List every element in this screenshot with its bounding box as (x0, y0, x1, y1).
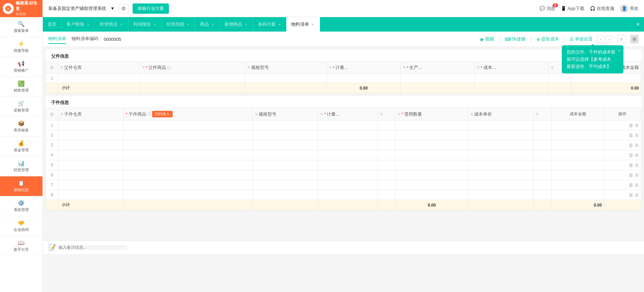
page-tab-bom[interactable]: 物料清单 (48, 34, 66, 44)
child-warehouse-1[interactable] (58, 120, 124, 130)
child-unit-price-5[interactable] (468, 160, 533, 170)
message-action[interactable]: 💬 消息 6 (540, 5, 555, 12)
child-unit-price-8[interactable] (468, 190, 533, 200)
child-unit-price-7[interactable] (468, 180, 533, 190)
tab-close-profit[interactable]: × (153, 22, 157, 27)
note-input[interactable] (59, 245, 127, 250)
child-qty-7[interactable] (396, 180, 468, 190)
parent-warehouse-1[interactable] (58, 74, 140, 83)
child-qty-1[interactable] (396, 120, 468, 130)
delete-icon-6[interactable]: 🗑 (629, 172, 633, 178)
child-spec-3[interactable] (253, 140, 318, 150)
sidebar-item-basic-info[interactable]: 📋 基础信息 (0, 176, 42, 196)
child-spec-6[interactable] (253, 170, 318, 180)
prev-arrow[interactable]: ‹ (597, 36, 604, 43)
view-action[interactable]: ▶ 视频 (481, 36, 494, 42)
single-settings-action[interactable]: ☰ 单据设置 (570, 36, 593, 42)
child-unit-4[interactable] (318, 150, 377, 160)
copy-icon-4[interactable]: ⊞ (635, 152, 639, 158)
child-spec-1[interactable] (253, 120, 318, 130)
child-unit-price-2[interactable] (468, 130, 533, 140)
child-extra2-4[interactable] (533, 150, 552, 160)
child-extra-2[interactable] (377, 130, 396, 140)
sidebar-item-system[interactable]: ⚙️ 系统管理 (0, 196, 42, 216)
child-extra-7[interactable] (377, 180, 396, 190)
tab-profit[interactable]: 利润报告 × (128, 17, 162, 32)
parent-spec-1[interactable] (245, 74, 326, 83)
child-unit-price-1[interactable] (468, 120, 533, 130)
child-warehouse-8[interactable] (58, 190, 124, 200)
tooltip-close[interactable]: × (618, 47, 621, 55)
sidebar-item-marketing[interactable]: 📢 营销推广 (0, 57, 42, 77)
system-select[interactable]: ▼ (110, 6, 115, 11)
sidebar-item-finance[interactable]: 💰 资金管理 (0, 137, 42, 156)
copy-icon-2[interactable]: ⊞ (635, 132, 639, 138)
next-arrow[interactable]: › (606, 36, 612, 43)
delete-icon-2[interactable]: 🗑 (629, 132, 633, 138)
child-spec-8[interactable] (253, 190, 318, 200)
child-product-5[interactable] (124, 160, 253, 170)
child-spec-4[interactable] (253, 150, 318, 160)
grid-view-icon[interactable]: ≡ (617, 35, 626, 43)
copy-icon-8[interactable]: ⊞ (635, 192, 639, 198)
child-product-7[interactable] (124, 180, 253, 190)
tab-customer[interactable]: 客户联络 × (62, 17, 95, 32)
child-unit-8[interactable] (318, 190, 377, 200)
trial-button[interactable]: 体验行业方案 (133, 3, 169, 14)
child-unit-price-3[interactable] (468, 140, 533, 150)
col-settings-icon[interactable]: ⚙ (50, 65, 54, 70)
child-spec-2[interactable] (253, 130, 318, 140)
tab-bom[interactable]: 物料清单 × (286, 17, 320, 32)
child-unit-1[interactable] (318, 120, 377, 130)
child-extra2-2[interactable] (533, 130, 552, 140)
child-qty-5[interactable] (396, 160, 468, 170)
tab-close-product[interactable]: × (211, 22, 214, 27)
tab-home[interactable]: 首页 (43, 17, 62, 32)
child-qty-3[interactable] (396, 140, 468, 150)
sidebar-item-management[interactable]: 📊 经营管理 (0, 156, 42, 176)
user-menu[interactable]: 👤 用友 (620, 4, 639, 13)
parent-cost-1[interactable] (475, 74, 549, 83)
sidebar-item-guide[interactable]: 📖 新手引导 (0, 236, 42, 256)
copy-icon-7[interactable]: ⊞ (635, 182, 639, 188)
child-warehouse-4[interactable] (58, 150, 124, 160)
delete-icon-4[interactable]: 🗑 (629, 152, 633, 158)
close-all-tabs[interactable]: × (635, 20, 641, 30)
parent-produce-1[interactable] (401, 74, 475, 83)
sidebar-item-cooperation[interactable]: 🤝 企业协同 (0, 216, 42, 236)
child-extra-8[interactable] (377, 190, 396, 200)
child-warehouse-2[interactable] (58, 130, 124, 140)
child-unit-price-6[interactable] (468, 170, 533, 180)
copy-icon-5[interactable]: ⊞ (635, 162, 639, 168)
child-unit-5[interactable] (318, 160, 377, 170)
parent-unit-1[interactable] (327, 74, 401, 83)
child-qty-6[interactable] (396, 170, 468, 180)
delete-icon-7[interactable]: 🗑 (629, 182, 633, 188)
settings-gear[interactable]: ⚙ (119, 4, 128, 13)
sidebar-item-inventory[interactable]: 📦 库存核算 (0, 117, 42, 137)
tab-close-operation[interactable]: × (120, 22, 123, 27)
tab-close-new-product[interactable]: × (244, 22, 248, 27)
tab-close-customer[interactable]: × (86, 22, 90, 27)
tab-product[interactable]: 商品 × (195, 17, 220, 32)
scan-button[interactable]: 扫码录入 (152, 111, 173, 117)
child-unit-price-4[interactable] (468, 150, 533, 160)
tab-new-product[interactable]: 新增商品 × (220, 17, 253, 32)
copy-icon-6[interactable]: ⊞ (635, 172, 639, 178)
child-unit-3[interactable] (318, 140, 377, 150)
child-product-3[interactable] (124, 140, 253, 150)
extract-cost-action[interactable]: ⊕ 提取成本 (536, 36, 559, 42)
child-warehouse-6[interactable] (58, 170, 124, 180)
child-extra-1[interactable] (377, 120, 396, 130)
child-col-settings-icon[interactable]: ⚙ (50, 112, 54, 117)
child-extra2-5[interactable] (533, 160, 552, 170)
child-qty-2[interactable] (396, 130, 468, 140)
tab-close-barcode[interactable]: × (278, 22, 281, 27)
tab-close-history[interactable]: × (186, 22, 190, 27)
page-tab-bom-code[interactable]: 物料清单编码 (72, 34, 98, 44)
tab-close-bom[interactable]: × (311, 22, 314, 27)
child-product-2[interactable] (124, 130, 253, 140)
child-extra2-3[interactable] (533, 140, 552, 150)
app-download-action[interactable]: 📱 App下载 (561, 5, 584, 12)
child-extra-4[interactable] (377, 150, 396, 160)
